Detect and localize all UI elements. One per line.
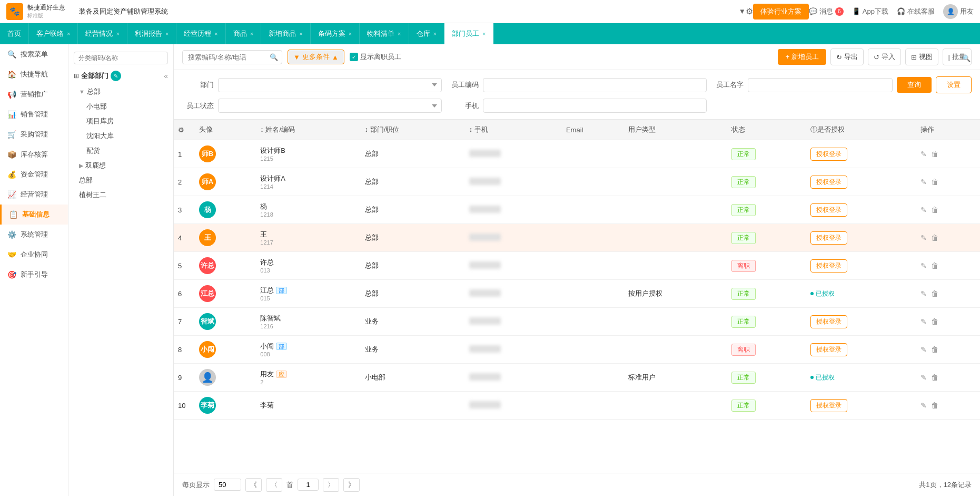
dept-node-zongbu-parent[interactable]: ▼总部	[72, 84, 170, 99]
import-btn[interactable]: ↺ 导入	[868, 48, 901, 65]
col-name[interactable]: ↕ 姓名/编码	[256, 120, 360, 140]
dept-search-input[interactable]	[74, 52, 168, 64]
dept-node-xiaodian[interactable]: 小电部	[72, 99, 170, 114]
app-download-btn[interactable]: 📱 App下载	[852, 7, 888, 16]
next-page-btn[interactable]: 〉	[323, 478, 339, 492]
dept-node-zhishu[interactable]: 植树王二	[72, 188, 170, 202]
edit-btn[interactable]: ✎	[920, 345, 927, 354]
nav-tab-barcode[interactable]: 条码方案 ×	[311, 23, 360, 44]
first-page-btn[interactable]: 《	[245, 478, 262, 492]
sidebar-item-business[interactable]: 📈 经营管理	[0, 184, 68, 205]
nav-tab-goods[interactable]: 商品 ×	[226, 23, 261, 44]
search-btn[interactable]: 查询	[897, 77, 932, 93]
col-dept[interactable]: ↕ 部门/职位	[361, 120, 465, 140]
close-icon[interactable]: ×	[165, 31, 169, 37]
auth-login-btn[interactable]: 授权登录	[810, 203, 847, 217]
dept-collapse-btn[interactable]: «	[164, 72, 168, 80]
col-settings[interactable]: ⚙	[174, 120, 195, 140]
sidebar-item-inventory[interactable]: 📦 库存核算	[0, 144, 68, 164]
close-icon[interactable]: ×	[67, 31, 70, 37]
sidebar-item-marketing[interactable]: 📢 营销推广	[0, 84, 68, 104]
delete-btn[interactable]: 🗑	[931, 289, 938, 298]
view-btn[interactable]: ⊞ 视图	[905, 48, 938, 65]
dept-edit-btn[interactable]: ✎	[111, 71, 121, 81]
auth-login-btn[interactable]: 授权登录	[810, 259, 847, 273]
trial-btn[interactable]: 体验行业方案	[753, 4, 809, 20]
more-filter-btn[interactable]: ▼ 更多条件 ▲	[288, 50, 344, 64]
sidebar-item-basic-info[interactable]: 📋 基础信息	[0, 205, 68, 225]
delete-btn[interactable]: 🗑	[931, 261, 938, 270]
close-icon[interactable]: ×	[398, 31, 401, 37]
edit-btn[interactable]: ✎	[920, 401, 927, 410]
edit-btn[interactable]: ✎	[920, 150, 927, 158]
dept-filter-select[interactable]	[218, 78, 442, 92]
delete-btn[interactable]: 🗑	[931, 234, 938, 242]
edit-btn[interactable]: ✎	[920, 289, 927, 298]
close-icon[interactable]: ×	[250, 31, 253, 37]
nav-tab-new-goods[interactable]: 新增商品 ×	[261, 23, 310, 44]
nav-tab-profit[interactable]: 利润报告 ×	[127, 23, 176, 44]
empstatus-filter-select[interactable]	[218, 99, 442, 113]
delete-btn[interactable]: 🗑	[931, 401, 938, 410]
sidebar-item-nav[interactable]: 🏠 快捷导航	[0, 64, 68, 84]
messages-btn[interactable]: 💬 消息 6	[809, 7, 844, 16]
close-icon[interactable]: ×	[214, 31, 217, 37]
dept-node-shenyang[interactable]: 沈阳大库	[72, 129, 170, 143]
page-number-input[interactable]	[298, 479, 319, 491]
sidebar-item-guide[interactable]: 🎯 新手引导	[0, 265, 68, 285]
user-btn[interactable]: 👤 用友	[943, 4, 974, 19]
sidebar-item-system[interactable]: ⚙️ 系统管理	[0, 225, 68, 245]
edit-btn[interactable]: ✎	[920, 206, 927, 214]
empname-filter-input[interactable]	[748, 78, 893, 92]
nav-tab-history[interactable]: 经营历程 ×	[176, 23, 225, 44]
dept-node-peihuo[interactable]: 配货	[72, 143, 170, 158]
edit-btn[interactable]: ✎	[920, 317, 927, 326]
edit-btn[interactable]: ✎	[920, 234, 927, 242]
export-btn[interactable]: ↻ 导出	[830, 48, 864, 65]
auth-login-btn[interactable]: 授权登录	[810, 176, 847, 189]
set-btn[interactable]: 设置	[936, 76, 972, 93]
nav-tab-warehouse[interactable]: 仓库 ×	[409, 23, 444, 44]
delete-btn[interactable]: 🗑	[931, 373, 938, 382]
system-dropdown-btn[interactable]: ▼	[739, 7, 746, 15]
edit-btn[interactable]: ✎	[920, 261, 927, 270]
close-icon[interactable]: ×	[299, 31, 302, 37]
employee-search-input[interactable]	[182, 50, 282, 64]
nav-tab-home[interactable]: 首页	[0, 23, 29, 44]
dept-node-shuanglu[interactable]: ▶双鹿想	[72, 158, 170, 173]
col-phone[interactable]: ↕ 手机	[465, 120, 562, 140]
per-page-select[interactable]: 50 20 100	[214, 479, 241, 491]
settings-btn[interactable]: ⚙	[746, 6, 753, 16]
edit-btn[interactable]: ✎	[920, 373, 927, 382]
show-resigned-toggle[interactable]: ✓ 显示离职员工	[350, 52, 401, 62]
close-icon[interactable]: ×	[433, 31, 437, 37]
nav-tab-bom[interactable]: 物料清单 ×	[360, 23, 409, 44]
auth-login-btn[interactable]: 授权登录	[810, 315, 847, 328]
dept-node-project[interactable]: 项目库房	[72, 114, 170, 129]
delete-btn[interactable]: 🗑	[931, 178, 938, 186]
close-icon[interactable]: ×	[116, 31, 119, 37]
add-employee-btn[interactable]: + 新增员工	[778, 49, 826, 65]
sidebar-item-finance[interactable]: 💰 资金管理	[0, 164, 68, 184]
last-page-btn[interactable]: 》	[343, 478, 360, 492]
nav-tab-customers[interactable]: 客户联络 ×	[29, 23, 78, 44]
auth-login-btn[interactable]: 授权登录	[810, 231, 847, 245]
close-icon[interactable]: ×	[482, 31, 486, 37]
prev-page-btn[interactable]: 〈	[266, 478, 282, 492]
auth-login-btn[interactable]: 授权登录	[810, 343, 847, 356]
sidebar-item-purchase[interactable]: 🛒 采购管理	[0, 124, 68, 144]
phone-filter-input[interactable]	[483, 99, 707, 113]
edit-btn[interactable]: ✎	[920, 178, 927, 186]
nav-tab-operations[interactable]: 经营情况 ×	[78, 23, 127, 44]
online-service-btn[interactable]: 🎧 在线客服	[897, 7, 935, 16]
sidebar-item-collab[interactable]: 🤝 企业协同	[0, 245, 68, 265]
delete-btn[interactable]: 🗑	[931, 317, 938, 326]
sidebar-item-sales[interactable]: 📊 销售管理	[0, 104, 68, 124]
dept-node-zongbu[interactable]: 总部	[72, 173, 170, 188]
nav-tab-employees[interactable]: 部门员工 ×	[444, 23, 493, 44]
delete-btn[interactable]: 🗑	[931, 206, 938, 214]
delete-btn[interactable]: 🗑	[931, 150, 938, 158]
delete-btn[interactable]: 🗑	[931, 345, 938, 354]
empcode-filter-input[interactable]	[483, 78, 707, 92]
sidebar-item-search[interactable]: 🔍 搜索菜单	[0, 44, 68, 64]
